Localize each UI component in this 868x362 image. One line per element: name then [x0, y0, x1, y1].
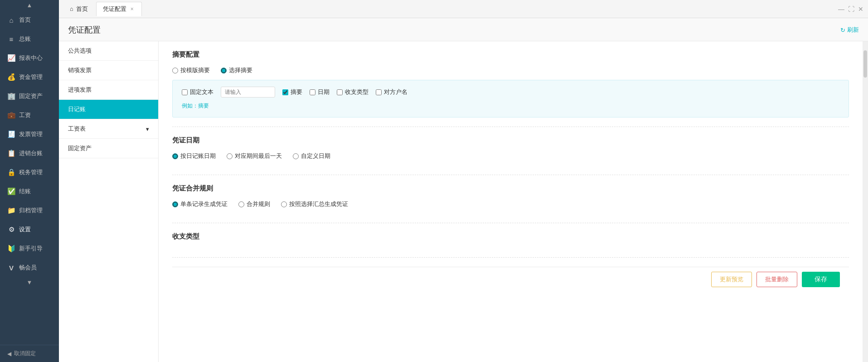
assets-icon: 🏢 [7, 92, 15, 100]
fixed-text-input[interactable] [221, 87, 275, 98]
radio-summary[interactable]: 按照选择汇总生成凭证 [281, 200, 348, 208]
pin-icon: ◀ [7, 351, 11, 357]
checkbox-fixed-text-label: 固定文本 [190, 88, 213, 96]
update-preview-button[interactable]: 更新预览 [711, 272, 752, 287]
settings-icon: ⚙ [7, 225, 15, 234]
radio-journal-date[interactable]: 按日记账日期 [172, 152, 216, 160]
checkbox-abstract-input[interactable] [282, 89, 288, 95]
checkbox-date[interactable]: 日期 [310, 88, 330, 96]
sidebar-item-salary[interactable]: 💼 工资 [0, 106, 59, 125]
salary-icon: 💼 [7, 111, 15, 119]
checkbox-row: 固定文本 摘要 日期 [182, 87, 839, 98]
sidebar-item-home[interactable]: ⌂ 首页 [0, 10, 59, 29]
tax-icon: 🔒 [7, 168, 15, 176]
section-payment-title: 收支类型 [172, 232, 849, 241]
sidebar-item-checkout[interactable]: ✅ 结账 [0, 182, 59, 201]
radio-custom-date-label: 自定义日期 [301, 152, 330, 160]
scrollbar-thumb [863, 50, 867, 78]
radio-single-record-input[interactable] [172, 201, 178, 207]
sidebar-item-reports[interactable]: 📈 报表中心 [0, 49, 59, 68]
right-panel: 摘要配置 按模版摘要 选择摘要 [159, 41, 863, 362]
checkbox-abstract[interactable]: 摘要 [282, 88, 302, 96]
checkbox-counterpart-input[interactable] [376, 89, 382, 95]
outer-scrollbar[interactable] [863, 41, 868, 362]
checkbox-payment-type[interactable]: 收支类型 [337, 88, 369, 96]
radio-summary-input[interactable] [281, 201, 287, 207]
archive-icon: 📁 [7, 206, 15, 215]
left-nav-sales-invoice[interactable]: 销项发票 [59, 61, 158, 80]
checkbox-fixed-text[interactable]: 固定文本 [182, 88, 213, 96]
left-nav-payroll-label: 工资表 [68, 125, 86, 133]
checkbox-abstract-label: 摘要 [291, 88, 302, 96]
sidebar-item-label: 固定资产 [19, 92, 43, 100]
sidebar-item-purchase-sales[interactable]: 📋 进销台账 [0, 144, 59, 163]
close-button[interactable]: ✕ [858, 5, 863, 13]
tab-home[interactable]: ⌂ 首页 [63, 2, 94, 16]
merge-radio-group: 单条记录生成凭证 合并规则 按照选择汇总生成凭证 [172, 200, 849, 208]
reports-icon: 📈 [7, 54, 15, 62]
sidebar-item-assets[interactable]: 🏢 固定资产 [0, 87, 59, 106]
radio-merge-rule[interactable]: 合并规则 [238, 200, 270, 208]
sidebar-item-guide[interactable]: 🔰 新手引导 [0, 239, 59, 258]
section-merge-title: 凭证合并规则 [172, 184, 849, 193]
radio-select-abstract-label: 选择摘要 [229, 66, 252, 74]
radio-merge-rule-label: 合并规则 [247, 200, 270, 208]
radio-journal-date-input[interactable] [172, 153, 178, 159]
invoice-icon: 🧾 [7, 130, 15, 138]
checkbox-date-input[interactable] [310, 89, 315, 95]
sidebar-item-ledger[interactable]: ≡ 总账 [0, 29, 59, 49]
sidebar-item-label: 资金管理 [19, 73, 43, 81]
content-body: 公共选项 销项发票 进项发票 日记账 工资表 ▾ 固定资产 [59, 41, 868, 362]
sidebar-item-funds[interactable]: 💰 资金管理 [0, 68, 59, 87]
sidebar-scroll-up[interactable]: ▲ [0, 0, 59, 10]
batch-delete-button[interactable]: 批量删除 [756, 272, 797, 287]
sidebar-item-invoice[interactable]: 🧾 发票管理 [0, 125, 59, 144]
refresh-button[interactable]: ↻ 刷新 [840, 26, 859, 34]
left-nav-journal[interactable]: 日记账 [59, 100, 158, 119]
left-nav-public-label: 公共选项 [68, 47, 92, 55]
sidebar-item-label: 发票管理 [19, 130, 43, 138]
checkbox-payment-type-label: 收支类型 [345, 88, 369, 96]
radio-single-record[interactable]: 单条记录生成凭证 [172, 200, 228, 208]
radio-period-last-label: 对应期间最后一天 [235, 152, 282, 160]
checkbox-fixed-text-input[interactable] [182, 89, 188, 95]
radio-period-last-input[interactable] [227, 153, 233, 159]
left-nav-payroll[interactable]: 工资表 ▾ [59, 119, 158, 139]
sidebar-item-member[interactable]: V 畅会员 [0, 258, 59, 277]
sidebar-item-archive[interactable]: 📁 归档管理 [0, 201, 59, 220]
tab-home-label: 首页 [76, 5, 88, 13]
checkbox-counterpart-label: 对方户名 [384, 88, 407, 96]
left-nav-purchase-label: 进项发票 [68, 86, 92, 94]
radio-period-last[interactable]: 对应期间最后一天 [227, 152, 282, 160]
sidebar-item-label: 结账 [19, 187, 31, 196]
maximize-button[interactable]: ⛶ [848, 5, 854, 13]
radio-custom-date-input[interactable] [293, 153, 299, 159]
sidebar: ▲ ⌂ 首页 ≡ 总账 📈 报表中心 💰 资金管理 🏢 固定资产 💼 工资 🧾 … [0, 0, 59, 362]
sidebar-item-tax[interactable]: 🔒 税务管理 [0, 163, 59, 182]
member-icon: V [7, 264, 15, 272]
refresh-label: 刷新 [847, 26, 859, 34]
minimize-button[interactable]: — [838, 5, 844, 13]
left-nav-purchase-invoice[interactable]: 进项发票 [59, 80, 158, 100]
radio-select-abstract-input[interactable] [221, 68, 227, 73]
radio-select-abstract[interactable]: 选择摘要 [221, 66, 252, 74]
save-button[interactable]: 保存 [802, 272, 840, 287]
tab-voucher-config[interactable]: 凭证配置 × [96, 2, 142, 16]
left-nav-assets-label: 固定资产 [68, 144, 92, 152]
radio-merge-rule-input[interactable] [238, 201, 244, 207]
radio-template-abstract[interactable]: 按模版摘要 [172, 66, 210, 74]
sidebar-unpin-button[interactable]: ◀ 取消固定 [0, 345, 59, 362]
left-nav-fixed-assets[interactable]: 固定资产 [59, 139, 158, 158]
radio-custom-date[interactable]: 自定义日期 [293, 152, 330, 160]
abstract-radio-group: 按模版摘要 选择摘要 [172, 66, 849, 74]
checkbox-counterpart-name[interactable]: 对方户名 [376, 88, 407, 96]
window-controls: — ⛶ ✕ [838, 5, 863, 13]
sidebar-item-settings[interactable]: ⚙ 设置 [0, 220, 59, 239]
checkbox-payment-type-input[interactable] [337, 89, 343, 95]
sidebar-scroll-down[interactable]: ▼ [0, 277, 59, 288]
radio-template-abstract-input[interactable] [172, 68, 178, 73]
checkout-icon: ✅ [7, 187, 15, 196]
tab-close-button[interactable]: × [129, 5, 135, 13]
page-header: 凭证配置 ↻ 刷新 [59, 18, 868, 41]
left-nav-public[interactable]: 公共选项 [59, 41, 158, 61]
